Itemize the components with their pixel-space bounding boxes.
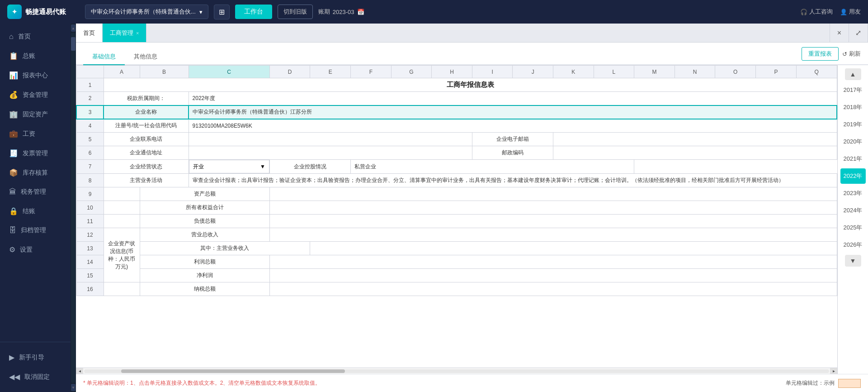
cell-equity-label[interactable]: 所有者权益合计 [140, 201, 269, 215]
sidebar-item-report[interactable]: 📊 报表中心 [0, 66, 76, 85]
sidebar-item-asset[interactable]: 🏢 固定资产 [0, 105, 76, 124]
cell-10a[interactable] [104, 201, 140, 215]
cell-revenue-label[interactable]: 营业总收入 [140, 228, 269, 242]
reset-report-btn[interactable]: 重置报表 [802, 47, 839, 61]
cell-period-label[interactable]: 税款所属期间： [104, 92, 189, 105]
col-header-e: E [310, 66, 351, 78]
year-item-2023[interactable]: 2023年 [840, 186, 866, 201]
scroll-down-btn[interactable]: ▼ [71, 384, 75, 391]
cell-9a[interactable] [104, 187, 140, 201]
cell-company-label[interactable]: 企业名称 [104, 105, 189, 119]
row-num: 3 [76, 105, 104, 119]
cell-equity-value[interactable] [269, 201, 837, 215]
cell-revenue-value[interactable] [269, 228, 837, 242]
cell-regnum-value[interactable]: 91320100MA208E5W6K [189, 119, 837, 133]
cell-mainrev-value[interactable] [310, 242, 837, 255]
year-item-2017[interactable]: 2017年 [840, 82, 866, 98]
sidebar-item-home[interactable]: ⌂ 首页 [0, 27, 76, 46]
cell-16a[interactable] [104, 282, 140, 296]
scroll-left-btn[interactable]: ◂ [76, 368, 83, 374]
year-item-2021[interactable]: 2021年 [840, 151, 866, 167]
sidebar-item-archive[interactable]: 🗄 归档管理 [0, 221, 76, 240]
workbench-btn[interactable]: 工作台 [235, 5, 272, 19]
cell-tax-value[interactable] [269, 282, 837, 296]
sidebar-item-inventory[interactable]: 📦 库存核算 [0, 163, 76, 182]
sidebar-item-unpin[interactable]: ◀◀ 取消固定 [0, 367, 76, 387]
year-down-btn[interactable]: ▼ [845, 255, 861, 267]
cell-address-value[interactable] [189, 146, 472, 160]
sub-tab-basic[interactable]: 基础信息 [83, 49, 125, 65]
cell-financial-label[interactable]: 企业资产状况信息(币种：人民币万元) [104, 228, 140, 282]
expand-window-btn[interactable]: ⤢ [849, 24, 868, 42]
cell-assets-label[interactable]: 资产总额 [140, 187, 269, 201]
year-up-btn[interactable]: ▲ [845, 68, 861, 80]
cell-period-value[interactable]: 2022年度 [189, 92, 837, 105]
year-item-2020[interactable]: 2020年 [840, 134, 866, 149]
cell-bizstate-value[interactable]: 开业▼ [189, 160, 269, 173]
home-icon: ⌂ [9, 33, 14, 41]
user-area[interactable]: 👤 用友 [840, 8, 861, 16]
sidebar-item-ledger[interactable]: 📋 总账 [0, 46, 76, 66]
company-icon-btn[interactable]: ⊞ [214, 5, 230, 19]
cell-company-value[interactable]: 中审众环会计师事务所（特殊普通合伙）江苏分所 [189, 105, 837, 119]
tab-commerce[interactable]: 工商管理 × [103, 24, 146, 42]
sub-tab-other[interactable]: 其他信息 [125, 49, 166, 65]
cell-email-label[interactable]: 企业电子邮箱 [472, 133, 553, 146]
cell-assets-value[interactable] [269, 187, 837, 201]
cell-bizactivity-value[interactable]: 审查企业会计报表；出具审计报告；验证企业资本；出具验资报告；办理企业合开、分立、… [189, 174, 837, 187]
wage-icon: 💼 [9, 129, 18, 138]
sidebar-item-invoice[interactable]: 🧾 发票管理 [0, 143, 76, 163]
top-nav: ✦ 畅捷通易代账 中审众环会计师事务所（特殊普通合伙... ▾ ⊞ 工作台 切到… [0, 0, 868, 24]
cell-tax-label[interactable]: 纳税总额 [140, 282, 269, 296]
year-item-2026[interactable]: 2026年 [840, 237, 866, 253]
cell-bizactivity-label[interactable]: 主营业务活动 [104, 174, 189, 187]
cell-netprofit-label[interactable]: 净利润 [140, 269, 269, 282]
sidebar-item-close[interactable]: 🔒 结账 [0, 201, 76, 221]
cell-phone-label[interactable]: 企业联系电话 [104, 133, 189, 146]
inventory-icon: 📦 [9, 168, 18, 177]
sidebar-item-newbie[interactable]: ▶ 新手引导 [0, 348, 76, 367]
cell-profit-value[interactable] [269, 255, 837, 269]
close-window-btn[interactable]: × [830, 24, 849, 42]
year-item-2019[interactable]: 2019年 [840, 117, 866, 132]
cell-email-value[interactable] [553, 133, 837, 146]
cell-netprofit-value[interactable] [269, 269, 837, 282]
cell-liability-value[interactable] [269, 215, 837, 228]
calendar-icon[interactable]: 📅 [357, 9, 364, 15]
cell-ownership-value[interactable]: 私营企业 [351, 160, 634, 174]
period-label: 账期 [318, 8, 330, 16]
year-item-2022[interactable]: 2022年 [840, 168, 866, 184]
old-version-btn[interactable]: 切到旧版 [278, 5, 313, 19]
year-item-2024[interactable]: 2024年 [840, 203, 866, 218]
tab-home[interactable]: 首页 [76, 24, 103, 42]
cell-bizstate-label[interactable]: 企业经营状态 [104, 160, 189, 174]
cell-phone-value[interactable] [189, 133, 472, 146]
cell-address-label[interactable]: 企业通信地址 [104, 146, 189, 160]
period-value: 2023-03 [333, 9, 354, 15]
refresh-btn[interactable]: ↺ 刷新 [842, 50, 861, 58]
cell-postcode-label[interactable]: 邮政编码 [472, 146, 553, 160]
scroll-right-btn[interactable]: ▸ [830, 368, 837, 374]
sidebar-item-label: 归档管理 [21, 226, 46, 234]
year-item-2018[interactable]: 2018年 [840, 100, 866, 115]
cell-liability-label[interactable]: 负债总额 [140, 215, 269, 228]
spreadsheet-container[interactable]: A B C D E F G H I J K L [76, 65, 837, 374]
cell-postcode-value[interactable] [553, 146, 837, 160]
cell-regnum-label[interactable]: 注册号/统一社会信用代码 [104, 119, 189, 133]
sidebar-item-wage[interactable]: 💼 工资 [0, 124, 76, 143]
cell-ownership-label[interactable]: 企业控股情况 [269, 160, 350, 174]
year-item-2025[interactable]: 2025年 [840, 220, 866, 235]
sidebar-item-label: 总账 [23, 52, 35, 60]
sidebar-item-fund[interactable]: 💰 资金管理 [0, 85, 76, 105]
company-selector[interactable]: 中审众环会计师事务所（特殊普通合伙... ▾ [85, 5, 208, 19]
cell-profit-label[interactable]: 利润总额 [140, 255, 269, 269]
sidebar-item-settings[interactable]: ⚙ 设置 [0, 240, 76, 259]
cell-11a[interactable] [104, 215, 140, 228]
sidebar-item-tax[interactable]: 🏛 税务管理 [0, 182, 76, 201]
tab-close-btn[interactable]: × [136, 30, 139, 36]
h-scrollbar[interactable]: ◂ ▸ [76, 368, 837, 374]
cell-mainrev-label[interactable]: 其中：主营业务收入 [140, 242, 310, 255]
scroll-up-btn[interactable]: ▲ [71, 24, 75, 32]
user-service[interactable]: 🎧 人工咨询 [800, 8, 833, 16]
report-title[interactable]: 工商年报信息表 [104, 78, 837, 92]
